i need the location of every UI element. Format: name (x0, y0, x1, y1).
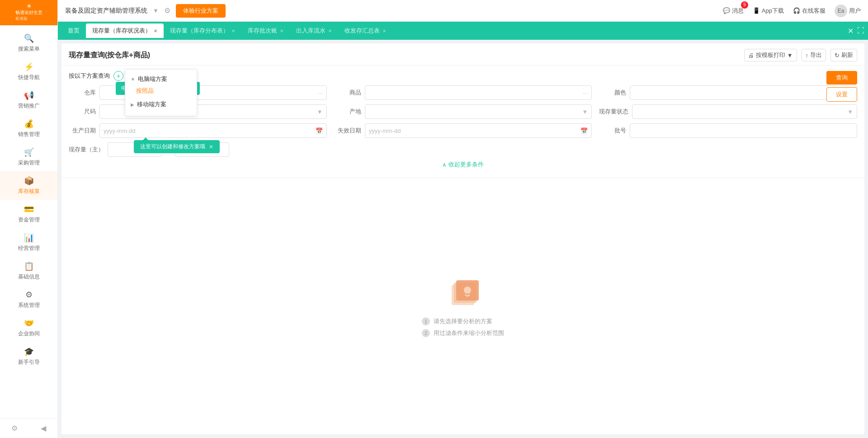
scheme-group-pc-header[interactable]: ▼ 电脑端方案 (125, 73, 197, 85)
sidebar-item-purchase[interactable]: 🛒 采购管理 (0, 143, 57, 171)
tab-close-collect-summary[interactable]: ✕ (382, 28, 386, 33)
tab-close-batch-ledger[interactable]: ✕ (280, 28, 283, 33)
top-header: 装备及固定资产辅助管理系统 ▼ ⚙ 体验行业方案 💬 消息 9 📱 App下载 … (58, 0, 868, 22)
tab-inventory-dist[interactable]: 现存量（库存分布表） ✕ (164, 24, 241, 38)
guide-icon: 🎓 (24, 347, 34, 357)
color-select[interactable]: ▼ (630, 85, 857, 100)
trial-industry-btn[interactable]: 体验行业方案 (176, 4, 226, 18)
scheme-group-pc: ▼ 电脑端方案 按照品 (125, 73, 197, 97)
sidebar-item-inventory[interactable]: 📦 库存核算 (0, 171, 57, 200)
sidebar-item-enterprise[interactable]: 🤝 企业协同 (0, 314, 57, 342)
calendar-icon-expiry: 📅 (580, 127, 588, 134)
product-select[interactable]: ··· (365, 85, 592, 100)
marketing-icon: 📢 (24, 90, 34, 100)
inventory-status-select[interactable]: ▼ (632, 104, 857, 119)
scheme-group-mobile-header[interactable]: ▶ 移动端方案 (125, 99, 197, 110)
sidebar-item-sales[interactable]: 💰 销售管理 (0, 114, 57, 143)
svg-text:畅: 畅 (28, 5, 30, 7)
tip-num-1: 1 (422, 317, 430, 325)
sidebar-item-quick-nav[interactable]: ⚡ 快捷导航 (0, 57, 57, 86)
filter-field-expiry-date: 失效日期 yyyy-mm-dd 📅 (334, 123, 592, 138)
export-icon: ↑ (806, 52, 809, 59)
purchase-icon: 🛒 (24, 147, 34, 157)
origin-select[interactable]: ▼ (365, 104, 592, 119)
filter-field-batch-no: 批号 (599, 123, 857, 138)
refresh-btn[interactable]: ↻ 刷新 (830, 49, 857, 61)
sidebar-item-marketing[interactable]: 📢 营销推广 (0, 86, 57, 114)
system-icon: ⚙ (25, 290, 33, 300)
mobile-group-name: 移动端方案 (137, 100, 166, 108)
print-icon: 🖨 (748, 52, 754, 59)
expiry-date-label: 失效日期 (334, 127, 361, 135)
online-support-btn[interactable]: 🎧 在线客服 (793, 7, 826, 15)
quick-nav-icon: ⚡ (24, 62, 34, 72)
sidebar-item-finance[interactable]: 💳 资金管理 (0, 200, 57, 228)
edit-tooltip-close-btn[interactable]: ✕ (209, 144, 213, 150)
calendar-icon-production: 📅 (316, 127, 323, 134)
sidebar-item-system[interactable]: ⚙ 系统管理 (0, 285, 57, 314)
support-icon: 🎧 (793, 7, 800, 14)
app-logo-text: 畅通诶好生意 标准版 (15, 9, 42, 22)
main-area: 装备及固定资产辅助管理系统 ▼ ⚙ 体验行业方案 💬 消息 9 📱 App下载 … (58, 0, 868, 438)
enterprise-icon: 🤝 (24, 318, 34, 328)
tab-close-in-out-flow[interactable]: ✕ (328, 28, 332, 33)
page-container: 现存量查询(按仓库+商品) 🖨 按模板打印 ▼ ↑ 导出 ↻ 刷新 (61, 43, 864, 434)
app-download-btn[interactable]: 📱 App下载 (753, 7, 784, 15)
product-dropdown-icon: ··· (583, 89, 588, 96)
tab-close-inventory-dist[interactable]: ✕ (231, 28, 235, 33)
basic-icon: 📋 (24, 261, 34, 271)
tab-inventory-status[interactable]: 现存量（库存状况表） ✕ (86, 24, 164, 38)
settings-query-btn[interactable]: 设置 (826, 87, 857, 102)
filter-field-product: 商品 ··· (334, 85, 592, 100)
scheme-group-mobile: ▶ 移动端方案 (125, 99, 197, 110)
empty-tip-2: 2 用过滤条件来缩小分析范围 (422, 329, 504, 337)
batch-no-input[interactable] (630, 123, 857, 138)
filter-section: 按以下方案查询 + ⟳ « 电脑方案可设为移动方案哦 ✕ ▼ 电脑端方案 (61, 66, 864, 178)
production-date-input[interactable]: yyyy-mm-dd 📅 (99, 123, 327, 138)
filter-add-scheme-btn[interactable]: + (113, 71, 123, 81)
filter-row-3: 生产日期 yyyy-mm-dd 📅 失效日期 yyyy-mm-dd 📅 (69, 123, 857, 138)
pc-group-name: 电脑端方案 (138, 75, 167, 83)
system-dropdown-btn[interactable]: ▼ (153, 7, 159, 14)
pc-group-arrow: ▼ (131, 77, 135, 82)
export-btn[interactable]: ↑ 导出 (802, 49, 826, 61)
tab-home[interactable]: 首页 (61, 24, 86, 38)
sidebar-item-basic[interactable]: 📋 基础信息 (0, 257, 57, 285)
content-area: 现存量查询(按仓库+商品) 🖨 按模板打印 ▼ ↑ 导出 ↻ 刷新 (58, 40, 868, 438)
query-btn[interactable]: 查询 (826, 71, 857, 85)
message-badge: 9 (741, 1, 748, 9)
tab-close-inventory-status[interactable]: ✕ (154, 28, 157, 33)
tab-in-out-flow[interactable]: 出入库流水 ✕ (290, 24, 338, 38)
tab-collect-summary[interactable]: 收发存汇总表 ✕ (338, 24, 392, 38)
empty-state-icon (445, 276, 481, 312)
origin-label: 产地 (334, 108, 361, 116)
print-btn[interactable]: 🖨 按模板打印 ▼ (744, 49, 797, 61)
sidebar: 畅 畅通诶好生意 标准版 🔍 搜索菜单 ⚡ 快捷导航 📢 营销推广 💰 销售管理… (0, 0, 58, 438)
filter-field-production-date: 生产日期 yyyy-mm-dd 📅 (69, 123, 327, 138)
edit-tooltip: 这里可以创建和修改方案哦 ✕ (134, 140, 220, 153)
collapse-filter-btn[interactable]: ∧ 收起更多条件 (69, 157, 857, 172)
settings-footer-btn[interactable]: ⚙ (11, 424, 18, 433)
tip-num-2: 2 (422, 329, 430, 337)
color-label: 颜色 (599, 89, 626, 97)
close-all-tabs-btn[interactable]: ✕ (848, 27, 854, 35)
header-settings-btn[interactable]: ⚙ (164, 6, 170, 15)
inventory-status-dropdown-icon: ▼ (847, 108, 853, 115)
page-header: 现存量查询(按仓库+商品) 🖨 按模板打印 ▼ ↑ 导出 ↻ 刷新 (61, 43, 864, 66)
product-label: 商品 (334, 89, 361, 97)
sidebar-item-search[interactable]: 🔍 搜索菜单 (0, 29, 57, 57)
collapse-sidebar-btn[interactable]: ◀ (41, 424, 46, 433)
tab-batch-ledger[interactable]: 库存批次账 ✕ (241, 24, 290, 38)
sidebar-item-operation[interactable]: 📊 经营管理 (0, 228, 57, 257)
inventory-status-label: 现存量状态 (599, 108, 628, 116)
expiry-date-input[interactable]: yyyy-mm-dd 📅 (365, 123, 592, 138)
warehouse-dropdown-icon: ··· (318, 89, 323, 96)
print-dropdown-icon: ▼ (787, 52, 793, 59)
sidebar-item-guide[interactable]: 🎓 新手引导 (0, 342, 57, 371)
message-btn[interactable]: 💬 消息 9 (723, 7, 744, 15)
scheme-item-按照品[interactable]: 按照品 (125, 85, 197, 97)
user-menu-btn[interactable]: Ea 用户 (835, 5, 861, 17)
phone-icon: 📱 (753, 7, 760, 14)
expand-btn[interactable]: ⛶ (857, 27, 864, 35)
scheme-panel: ▼ 电脑端方案 按照品 ▶ 移动端方案 (125, 69, 197, 116)
